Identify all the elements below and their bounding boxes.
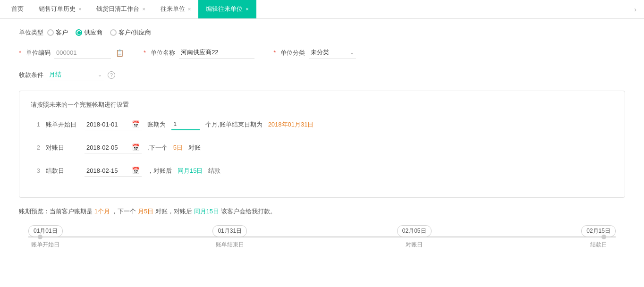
row-middle-1: 账期为 (147, 120, 166, 129)
settings-section: 请按照未来的一个完整帐期进行设置 1 账单开始日 📅 账期为 个月,账单结束日期… (19, 91, 625, 198)
unit-category-value: 未分类 (311, 48, 348, 57)
preview-suffix: 该客户会给我打款。 (221, 208, 276, 215)
payment-date-input[interactable] (86, 167, 129, 174)
tab-daily-work-label: 钱货日清工作台 (96, 5, 139, 13)
unit-category-label: 单位分类 (280, 49, 305, 57)
row-number-1: 1 (31, 121, 40, 128)
timeline-end-dot (602, 235, 606, 239)
close-icon[interactable]: × (78, 6, 81, 12)
node-label-1: 账单开始日 (31, 241, 59, 249)
tab-edit-partner-label: 编辑往来单位 (206, 5, 243, 13)
preview-section: 账期预览：当前客户账期是 1个月 ，下一个 月5日 对账，对账后 同月15日 该… (19, 207, 625, 253)
tab-edit-partner[interactable]: 编辑往来单位 × (198, 0, 256, 18)
tab-sales-history[interactable]: 销售订单历史 × (31, 0, 89, 18)
row-middle-3: ，对账后 (147, 167, 172, 175)
radio-both[interactable]: 客户/供应商 (110, 28, 151, 37)
period-unit-label: 个月,账单结束日期为 (205, 120, 263, 129)
recon-day-highlight: 5日 (173, 144, 183, 152)
tab-home-label: 首页 (11, 5, 24, 13)
radio-group: 客户 供应商 客户/供应商 (47, 28, 151, 37)
preview-part1: 1个月 (94, 208, 110, 215)
unit-info-row: * 单位编码 📋 * 单位名称 * 单位分类 未分类 ⌄ (19, 46, 625, 59)
node-badge-1: 01月01日 (28, 225, 63, 237)
close-icon[interactable]: × (246, 6, 248, 12)
unit-code-label: 单位编码 (26, 49, 51, 57)
unit-type-field: 单位类型 客户 供应商 客户/供应商 (19, 28, 151, 37)
radio-circle-customer (47, 29, 54, 36)
start-date-input-wrapper: 📅 (85, 118, 142, 130)
node-badge-3: 02月05日 (397, 225, 432, 237)
unit-code-input[interactable] (54, 47, 111, 59)
preview-sep2: 对账，对账后 (155, 208, 192, 215)
period-input[interactable] (171, 118, 200, 130)
calendar-icon[interactable]: 📅 (132, 167, 140, 174)
timeline-node-2: 01月31日 账单结束日 (212, 225, 247, 249)
tab-arrow[interactable]: › (630, 0, 640, 18)
unit-name-label: 单位名称 (151, 49, 175, 57)
row-label-1: 账单开始日 (46, 120, 79, 129)
chevron-down-icon: ⌄ (98, 72, 102, 78)
radio-customer-label: 客户 (56, 28, 68, 37)
row-middle-2: ,下一个 (147, 144, 168, 152)
tab-partners[interactable]: 往来单位 × (153, 0, 198, 18)
setting-row-3: 3 结款日 📅 ，对账后 同月15日 结款 (31, 165, 613, 177)
payment-term-select[interactable]: 月结 ⌄ (47, 68, 104, 81)
row-middle-3b: 结款 (208, 167, 220, 175)
radio-circle-supplier (76, 29, 82, 36)
payment-term-field: 收款条件 月结 ⌄ ? (19, 68, 115, 81)
preview-prefix: 账期预览：当前客户账期是 (19, 208, 93, 215)
payment-day-highlight: 同月15日 (178, 167, 203, 175)
required-star: * (19, 49, 21, 56)
tab-sales-history-label: 销售订单历史 (39, 5, 76, 13)
node-badge-4: 02月15日 (581, 225, 616, 237)
timeline-start-dot (38, 235, 42, 239)
radio-circle-both (110, 29, 117, 36)
payment-term-label: 收款条件 (19, 71, 43, 79)
row-label-3: 结款日 (46, 167, 79, 175)
preview-sep1: ，下一个 (111, 208, 136, 215)
radio-customer[interactable]: 客户 (47, 28, 68, 37)
unit-type-row: 单位类型 客户 供应商 客户/供应商 (19, 28, 625, 37)
radio-supplier[interactable]: 供应商 (76, 28, 102, 37)
section-title: 请按照未来的一个完整帐期进行设置 (31, 101, 613, 109)
row-middle-2b: 对账 (188, 144, 201, 152)
unit-code-field: * 单位编码 📋 (19, 47, 125, 59)
payment-term-row: 收款条件 月结 ⌄ ? (19, 68, 625, 81)
unit-name-input[interactable] (179, 47, 254, 59)
row-number-2: 2 (31, 144, 40, 151)
timeline-node-1: 01月01日 账单开始日 (28, 225, 63, 249)
preview-part2: 月5日 (138, 208, 153, 215)
node-label-4: 结款日 (590, 241, 607, 249)
calendar-icon[interactable]: 📅 (132, 120, 140, 128)
close-icon[interactable]: × (142, 6, 145, 12)
start-date-input[interactable] (86, 121, 129, 128)
payment-date-input-wrapper: 📅 (85, 165, 142, 177)
row-label-2: 对账日 (46, 144, 79, 152)
required-star: * (144, 49, 146, 56)
setting-row-1: 1 账单开始日 📅 账期为 个月,账单结束日期为 2018年01月31日 (31, 118, 613, 130)
unit-category-field: * 单位分类 未分类 ⌄ (273, 46, 356, 59)
help-icon[interactable]: ? (108, 71, 115, 79)
copy-icon[interactable]: 📋 (115, 48, 125, 58)
timeline: 01月01日 账单开始日 01月31日 账单结束日 02月05日 对账日 02月… (19, 225, 625, 249)
timeline-node-4: 02月15日 结款日 (581, 225, 616, 249)
tab-partners-label: 往来单位 (161, 5, 185, 13)
tab-daily-work[interactable]: 钱货日清工作台 × (89, 0, 153, 18)
unit-type-label: 单位类型 (19, 28, 43, 37)
calendar-icon[interactable]: 📅 (132, 144, 140, 151)
timeline-nodes: 01月01日 账单开始日 01月31日 账单结束日 02月05日 对账日 02月… (28, 225, 616, 249)
node-badge-2: 01月31日 (212, 225, 247, 237)
recon-date-input[interactable] (86, 144, 129, 151)
close-icon[interactable]: × (188, 6, 191, 12)
preview-part3: 同月15日 (194, 208, 219, 215)
row-number-3: 3 (31, 167, 40, 174)
timeline-node-3: 02月05日 对账日 (397, 225, 432, 249)
tab-home[interactable]: 首页 (4, 0, 31, 18)
end-date-highlight: 2018年01月31日 (268, 120, 314, 129)
chevron-down-icon: ⌄ (350, 50, 354, 56)
unit-category-select[interactable]: 未分类 ⌄ (309, 46, 356, 59)
payment-term-value: 月结 (49, 70, 96, 79)
node-label-2: 账单结束日 (216, 241, 244, 249)
node-label-3: 对账日 (406, 241, 423, 249)
setting-row-2: 2 对账日 📅 ,下一个 5日 对账 (31, 142, 613, 153)
